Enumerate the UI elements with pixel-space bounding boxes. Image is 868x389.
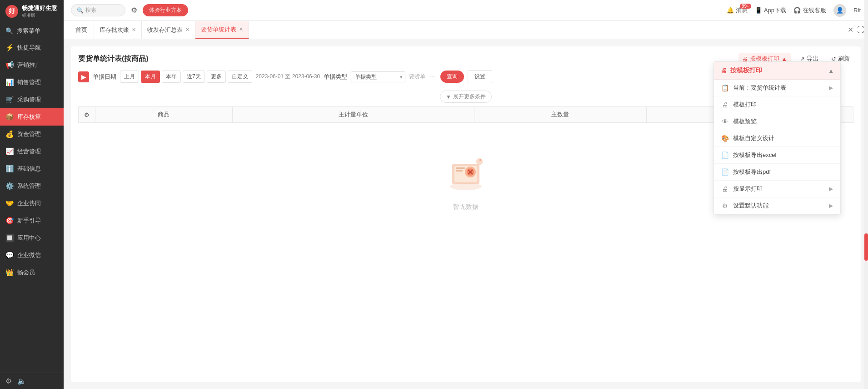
avatar-icon: 👤 — [836, 7, 843, 14]
th-settings[interactable]: ⚙ — [79, 107, 95, 123]
dropdown-set-default[interactable]: ⚙ 设置默认功能 ▶ — [714, 197, 840, 214]
query-btn[interactable]: 查询 — [440, 71, 464, 83]
sidebar-item-label: 快捷导航 — [17, 44, 58, 52]
sidebar-item-operation[interactable]: 📈 经营管理 — [0, 143, 64, 160]
tab-batch-account-close[interactable]: ✕ — [132, 27, 136, 33]
sidebar-item-system[interactable]: ⚙️ 系统管理 — [0, 177, 64, 195]
date-this-year-btn[interactable]: 本年 — [162, 71, 181, 83]
dropdown-current-item[interactable]: 📋 当前：要货单统计表 ▶ — [714, 80, 840, 96]
experience-btn[interactable]: 体验行业方案 — [143, 4, 188, 16]
sidebar-item-member[interactable]: 👑 畅会员 — [0, 264, 64, 281]
topbar: 🔍 搜索 ⚙ 体验行业方案 🔔 消息 99+ 📱 App下载 🎧 在线客服 👤 — [64, 0, 868, 21]
type-filter-label: 单据类型 — [324, 73, 347, 81]
info-icon: ℹ️ — [5, 165, 14, 173]
topbar-right: 🔔 消息 99+ 📱 App下载 🎧 在线客服 👤 Rit — [727, 4, 861, 17]
dropdown-header: 🖨 按模板打印 ▲ — [714, 62, 840, 80]
dropdown-export-pdf[interactable]: 📄 按模板导出pdf — [714, 164, 840, 181]
empty-text: 暂无数据 — [453, 203, 479, 211]
dropdown-display-print[interactable]: 🖨 按显示打印 ▶ — [714, 181, 840, 197]
tab-close-all-btn[interactable]: ✕ — [848, 25, 853, 34]
messages-btn[interactable]: 🔔 消息 99+ — [727, 6, 748, 15]
online-service-btn[interactable]: 🎧 在线客服 — [793, 6, 826, 15]
topbar-gear-icon[interactable]: ⚙ — [131, 6, 137, 15]
scrollbar-thumb[interactable] — [864, 233, 868, 261]
dropdown-template-print[interactable]: 🖨 模板打印 — [714, 96, 840, 113]
th-quantity: 主数量 — [474, 107, 646, 123]
app-download-label: App下载 — [764, 6, 786, 15]
chat-icon: 💬 — [5, 251, 14, 259]
svg-rect-7 — [456, 167, 465, 169]
print-template-dropdown: 🖨 按模板打印 ▲ 📋 当前：要货单统计表 ▶ 🖨 模板打印 👁 模板预览 🎨 … — [713, 61, 841, 215]
sidebar-footer: ⚙ 🔈 — [0, 373, 64, 389]
chevron-up-icon: ▲ — [828, 67, 834, 74]
sidebar-item-label: 企业协同 — [17, 199, 58, 207]
type-filter-select[interactable]: 单据类型 — [351, 71, 405, 82]
home-tab-label: 首页 — [75, 26, 87, 34]
app-download-btn[interactable]: 📱 App下载 — [755, 6, 786, 15]
sidebar-item-finance[interactable]: 💰 资金管理 — [0, 126, 64, 143]
dropdown-current-left: 📋 当前：要货单统计表 — [721, 84, 786, 92]
set-default-label: 设置默认功能 — [733, 202, 768, 210]
sidebar-item-label: 采购管理 — [17, 96, 58, 104]
chart-icon: 📊 — [5, 78, 14, 86]
online-service-label: 在线客服 — [803, 6, 826, 15]
handshake-icon: 🤝 — [5, 199, 14, 207]
date-filter-label: 单据日期 — [93, 73, 116, 81]
username[interactable]: Rit — [853, 7, 861, 14]
display-print-arrow: ▶ — [829, 186, 833, 192]
date-custom-btn[interactable]: 自定义 — [228, 71, 252, 83]
date-this-month-btn[interactable]: 本月 — [141, 71, 160, 83]
tab-receipt-summary-close[interactable]: ✕ — [185, 27, 190, 33]
date-last-month-btn[interactable]: 上月 — [120, 71, 139, 83]
expand-more-conditions-btn[interactable]: ▼ 展开更多条件 — [440, 91, 492, 103]
sidebar-item-wechat[interactable]: 💬 企业微信 — [0, 247, 64, 264]
date-7days-btn[interactable]: 近7天 — [183, 71, 205, 83]
tab-order-stats[interactable]: 要货单统计表 ✕ — [195, 21, 249, 39]
sidebar-item-sales[interactable]: 📊 销售管理 — [0, 74, 64, 91]
lightning-icon: ⚡ — [5, 44, 14, 52]
dropdown-template-design[interactable]: 🎨 模板自定义设计 — [714, 130, 840, 147]
sidebar-nav: 🔍 搜索菜单 ⚡ 快捷导航 📢 营销推广 📊 销售管理 🛒 采购管理 📦 库存核… — [0, 23, 64, 373]
tab-home[interactable]: 首页 — [69, 21, 94, 39]
sidebar-item-quick-nav[interactable]: ⚡ 快捷导航 — [0, 39, 64, 56]
sidebar-item-label: 新手引导 — [17, 217, 58, 225]
sidebar-search-label: 搜索菜单 — [17, 27, 40, 35]
sidebar-item-label: 销售管理 — [17, 78, 58, 86]
sound-footer-icon[interactable]: 🔈 — [17, 377, 26, 385]
template-design-label: 模板自定义设计 — [733, 134, 774, 142]
dropdown-template-preview[interactable]: 👁 模板预览 — [714, 113, 840, 130]
dropdown-close-btn[interactable]: ▲ — [828, 67, 834, 74]
dropdown-export-excel[interactable]: 📄 按模板导出excel — [714, 147, 840, 164]
filter-toggle-btn[interactable]: ▶ — [78, 71, 89, 82]
svg-rect-8 — [456, 170, 463, 172]
sidebar-item-basic[interactable]: ℹ️ 基础信息 — [0, 160, 64, 177]
cart-icon: 🛒 — [5, 96, 14, 104]
set-default-arrow: ▶ — [829, 202, 833, 209]
sidebar-item-enterprise[interactable]: 🤝 企业协同 — [0, 195, 64, 212]
order-category-label: 要货单 — [409, 73, 425, 81]
settings-footer-icon[interactable]: ⚙ — [5, 377, 12, 385]
svg-point-9 — [479, 159, 481, 161]
tab-batch-account-label: 库存批次账 — [100, 26, 129, 34]
sidebar-item-app-center[interactable]: 🔲 应用中心 — [0, 229, 64, 247]
tab-expand-btn[interactable]: ⛶ — [857, 26, 864, 34]
settings-btn[interactable]: 设置 — [468, 70, 492, 83]
sidebar-item-label: 资金管理 — [17, 130, 58, 138]
sidebar-item-purchase[interactable]: 🛒 采购管理 — [0, 91, 64, 108]
sidebar-item-inventory[interactable]: 📦 库存核算 — [0, 108, 64, 126]
tab-order-stats-close[interactable]: ✕ — [239, 26, 243, 32]
tab-batch-account[interactable]: 库存批次账 ✕ — [94, 21, 142, 39]
topbar-search-icon: 🔍 — [77, 7, 84, 14]
target-icon: 🎯 — [5, 217, 14, 225]
sidebar-search[interactable]: 🔍 搜索菜单 — [0, 23, 64, 39]
topbar-search[interactable]: 🔍 搜索 — [71, 4, 125, 16]
template-print-icon: 🖨 — [721, 101, 728, 108]
sidebar-item-label: 经营管理 — [17, 147, 58, 156]
sidebar-item-marketing[interactable]: 📢 营销推广 — [0, 56, 64, 74]
trending-icon: 📈 — [5, 147, 14, 156]
date-more-btn[interactable]: 更多 — [207, 71, 226, 83]
tab-receipt-summary[interactable]: 收发存汇总表 ✕ — [142, 21, 195, 39]
dropdown-display-print-left: 🖨 按显示打印 — [721, 185, 763, 193]
template-design-icon: 🎨 — [721, 135, 728, 142]
sidebar-item-guide[interactable]: 🎯 新手引导 — [0, 212, 64, 229]
